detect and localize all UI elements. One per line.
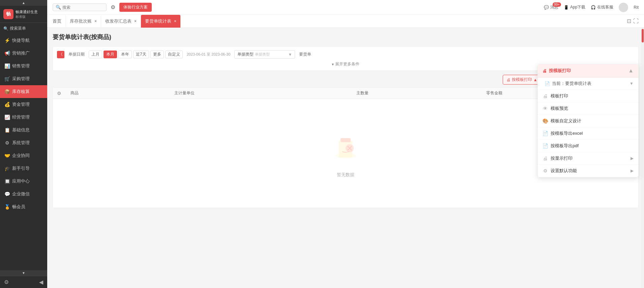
tab-home[interactable]: 首页 [53,15,66,28]
user-avatar[interactable] [619,3,628,12]
sidebar-item-system[interactable]: ⚙ 系统管理 [0,136,47,149]
tab-close-order-stats[interactable]: × [174,19,176,24]
print-header-icon: 🖨 [543,68,547,73]
date-buttons: 上月 本月 本年 近7天 更多 自定义 [89,51,183,58]
default-setting-icon: ⚙ [543,168,548,173]
sidebar-item-apps[interactable]: 🔲 应用中心 [0,175,47,188]
filter-collapse-btn[interactable]: 《 [57,51,64,58]
date-btn-last-month[interactable]: 上月 [89,51,102,58]
finance-icon: 💰 [4,102,10,107]
app-logo-icon: 畅 [3,9,13,19]
tabs-bar: 首页 库存批次账 × 收发存汇总表 × 要货单统计表 × ⊡ ⛶ [47,15,644,28]
dropdown-close-icon[interactable]: ▲ [628,68,634,74]
enterprise-icon: 🤝 [4,153,10,158]
wechat-icon: 💬 [4,191,10,197]
app-name: 畅康通好生意 标准版 [16,9,38,19]
main-area: 🔍 ⚙ 体验行业方案 💬 消息 99+ 📱 App下载 🎧 在线客服 Rit [47,0,644,288]
current-template-arrow: ▼ [630,81,634,86]
search-icon: 🔍 [3,26,8,31]
topbar-right: 💬 消息 99+ 📱 App下载 🎧 在线客服 Rit [544,3,639,12]
operations-icon: 📈 [4,115,10,120]
print-dropdown-panel: 🖨 按模板打印 ▲ 📄 当前：要货单统计表 ▼ 🖨 模板打印 👁 模板预览 [537,64,639,178]
tab-fullscreen-icon[interactable]: ⛶ [633,18,639,24]
template-pdf-icon: 📄 [543,143,548,149]
print-btn[interactable]: 🖨 按模板打印 ▲ [503,75,541,85]
date-btn-more[interactable]: 更多 [150,51,164,58]
guide-icon: 🎓 [4,166,10,171]
print-icon: 🖨 [506,77,510,82]
sidebar-item-enterprise[interactable]: 🤝 企业协同 [0,149,47,162]
sidebar-item-marketing[interactable]: 📢 营销推广 [0,47,47,60]
dropdown-item-template-excel[interactable]: 📄 按模板导出excel [538,127,638,140]
tab-receipt-summary[interactable]: 收发存汇总表 × [101,15,141,28]
member-icon: 🏅 [4,204,10,210]
topbar-search-input[interactable] [62,5,104,10]
tab-inventory-batch[interactable]: 库存批次账 × [66,15,101,28]
sidebar-nav: ⚡ 快捷导航 📢 营销推广 📊 销售管理 🛒 采购管理 📦 库存核算 💰 资金管… [0,34,47,270]
display-print-arrow: ▶ [631,156,634,161]
collapse-icon[interactable]: ◀ [39,279,43,285]
apps-icon: 🔲 [4,179,10,184]
dropdown-item-template-custom[interactable]: 🎨 模板自定义设计 [538,115,638,127]
sales-icon: 📊 [4,63,10,69]
sidebar: ▲ 畅 畅康通好生意 标准版 🔍 搜索菜单 ⚡ 快捷导航 📢 营销推广 📊 销售… [0,0,47,288]
date-btn-this-month[interactable]: 本月 [104,51,117,58]
message-icon: 💬 [544,5,549,10]
app-download-icon: 📱 [564,5,569,10]
topbar: 🔍 ⚙ 体验行业方案 💬 消息 99+ 📱 App下载 🎧 在线客服 Rit [47,0,644,15]
app-download-btn[interactable]: 📱 App下载 [564,4,585,10]
empty-svg [329,129,362,162]
sidebar-item-basic[interactable]: 📋 基础信息 [0,124,47,136]
quick-nav-icon: ⚡ [4,38,10,43]
tab-close-inventory-batch[interactable]: × [94,19,97,24]
topbar-search-box[interactable]: 🔍 [53,3,107,11]
dropdown-item-default-setting[interactable]: ⚙ 设置默认功能 ▶ [538,165,638,177]
sidebar-scroll-up[interactable]: ▲ [0,0,47,6]
sidebar-item-sales[interactable]: 📊 销售管理 [0,60,47,72]
page-content: 要货单统计表(按商品) 《 单据日期 上月 本月 本年 近7天 更多 自定义 2… [47,28,644,288]
dropdown-item-template-pdf[interactable]: 📄 按模板导出pdf [538,140,638,152]
message-btn[interactable]: 💬 消息 99+ [544,4,558,10]
sidebar-logo: 畅 畅康通好生意 标准版 [0,6,47,23]
date-btn-this-year[interactable]: 本年 [118,51,132,58]
sidebar-item-wechat[interactable]: 💬 企业微信 [0,188,47,200]
table-column-settings-icon[interactable]: ⚙ [57,91,61,96]
tab-order-stats[interactable]: 要货单统计表 × [141,15,181,28]
col-quantity: 主数量 [352,88,482,99]
empty-illustration [329,129,362,168]
date-btn-custom[interactable]: 自定义 [165,51,183,58]
dropdown-header: 🖨 按模板打印 ▲ [538,64,638,77]
dropdown-item-template-preview[interactable]: 👁 模板预览 [538,102,638,115]
sidebar-item-inventory[interactable]: 📦 库存核算 [0,85,47,98]
template-custom-icon: 🎨 [543,118,548,124]
dropdown-current-template[interactable]: 📄 当前：要货单统计表 ▼ [538,77,638,90]
settings-gear-icon[interactable]: ⚙ [111,4,115,10]
date-btn-7days[interactable]: 近7天 [133,51,149,58]
order-type-select[interactable]: 单据类型 单据类型 ▼ [234,50,295,59]
sidebar-item-member[interactable]: 🏅 畅会员 [0,200,47,213]
dropdown-header-left: 🖨 按模板打印 [543,68,571,74]
sidebar-item-operations[interactable]: 📈 经营管理 [0,111,47,124]
default-setting-arrow: ▶ [631,168,634,173]
template-excel-icon: 📄 [543,131,548,136]
dropdown-item-display-print[interactable]: 🖨 按显示打印 ▶ [538,152,638,165]
date-range-label: 2023-06-01 至 2023-06-30 [187,52,231,57]
sidebar-item-guide[interactable]: 🎓 新手引导 [0,162,47,175]
online-service-btn[interactable]: 🎧 在线客服 [591,4,613,10]
sidebar-item-quick-nav[interactable]: ⚡ 快捷导航 [0,34,47,47]
tab-expand-icon[interactable]: ⊡ [627,18,631,24]
settings-icon[interactable]: ⚙ [4,279,9,285]
sidebar-search[interactable]: 🔍 搜索菜单 [0,23,47,34]
order-type-placeholder: 单据类型 [255,52,287,57]
inventory-icon: 📦 [4,89,10,94]
svg-rect-2 [341,138,351,142]
vertical-scrollbar[interactable] [641,28,644,288]
trial-btn[interactable]: 体验行业方案 [119,3,152,12]
tab-close-receipt-summary[interactable]: × [134,19,137,24]
sidebar-item-finance[interactable]: 💰 资金管理 [0,98,47,111]
sidebar-scroll-down[interactable]: ▼ [0,270,47,276]
goods-type-label: 要货单 [299,52,311,57]
sidebar-item-purchase[interactable]: 🛒 采购管理 [0,72,47,85]
dropdown-item-template-print[interactable]: 🖨 模板打印 [538,90,638,102]
current-template-icon: 📄 [545,81,550,86]
